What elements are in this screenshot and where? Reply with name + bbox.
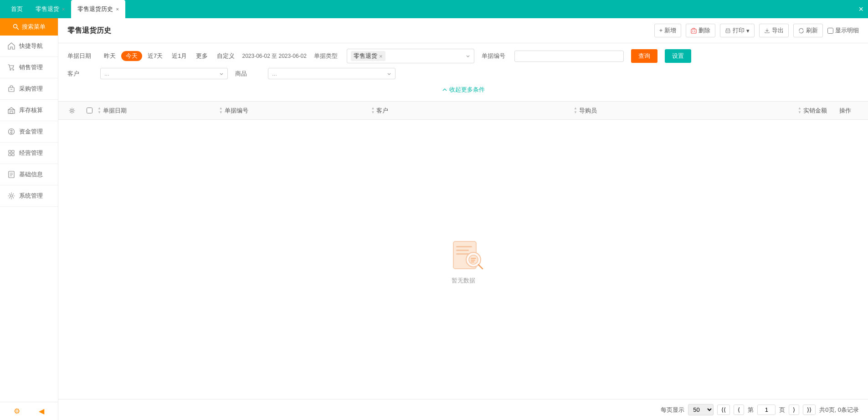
svg-rect-12	[12, 154, 14, 156]
refresh-icon	[798, 28, 804, 34]
show-detail-checkbox-label[interactable]: 显示明细	[827, 26, 859, 35]
th-amount[interactable]: ▲ ▼ 实销金额	[726, 107, 827, 115]
page-size-label: 每页显示	[661, 406, 684, 414]
th-customer-label: 客户	[376, 107, 388, 115]
sort-customer-icon: ▲ ▼	[371, 107, 375, 114]
tab-retail-return-history-label: 零售退货历史	[77, 5, 113, 13]
doc-type-selected-values: 零售退货 ×	[351, 51, 385, 61]
th-action: 操作	[827, 107, 863, 115]
next-page-button[interactable]: ⟩	[789, 405, 799, 415]
goods-select[interactable]: ...	[268, 68, 395, 79]
sidebar-item-sales-mgmt-label: 销售管理	[19, 63, 43, 72]
page-size-select[interactable]: 50 10 20 100	[688, 404, 714, 415]
tab-retail-return[interactable]: 零售退货 ×	[29, 0, 71, 18]
sidebar-item-purchase-mgmt[interactable]: 采购管理	[0, 78, 58, 100]
sidebar-item-quick-nav[interactable]: 快捷导航	[0, 36, 58, 57]
sort-number-icon: ▲ ▼	[219, 107, 223, 114]
date-option-1month[interactable]: 近1月	[168, 51, 190, 61]
th-guide[interactable]: ▲ ▼ 导购员	[574, 107, 726, 115]
th-action-label: 操作	[839, 107, 851, 115]
settings-bottom-icon[interactable]: ⚙	[14, 407, 20, 415]
date-option-more[interactable]: 更多	[192, 51, 211, 61]
svg-rect-10	[12, 150, 14, 153]
delete-button[interactable]: 删除	[686, 24, 715, 37]
tab-home[interactable]: 首页	[5, 0, 29, 18]
sidebar-item-basic-info[interactable]: 基础信息	[0, 164, 58, 185]
th-checkbox[interactable]	[81, 108, 98, 113]
filter-area: 单据日期 昨天 今天 近7天 近1月 更多 自定义 2023-06-02 至 2…	[58, 43, 868, 102]
collapse-sidebar-icon[interactable]: ◀	[39, 407, 44, 415]
sidebar-item-operation-mgmt[interactable]: 经营管理	[0, 143, 58, 164]
header-actions: + 新增 删除 打印 ▾ 导出 刷新	[654, 24, 859, 37]
refresh-button-label: 刷新	[806, 26, 818, 35]
query-button[interactable]: 查询	[631, 49, 657, 63]
home-icon	[7, 42, 15, 50]
doc-type-tag-remove[interactable]: ×	[379, 53, 383, 60]
empty-illustration	[445, 235, 482, 271]
collapse-label: 收起更多条件	[449, 86, 485, 94]
empty-state: 暂无数据	[58, 120, 868, 399]
chevron-down-icon-3	[387, 72, 391, 76]
doc-type-select[interactable]: 零售退货 ×	[347, 49, 474, 63]
th-settings[interactable]	[63, 108, 81, 114]
select-all-checkbox[interactable]	[87, 108, 92, 113]
sidebar-item-finance-mgmt[interactable]: 资金管理	[0, 121, 58, 143]
print-button[interactable]: 打印 ▾	[720, 24, 755, 37]
setting-button[interactable]: 设置	[665, 49, 691, 63]
refresh-button[interactable]: 刷新	[793, 24, 823, 37]
first-page-button[interactable]: ⟨⟨	[717, 405, 730, 415]
page-header: 零售退货历史 + 新增 删除 打印 ▾ 导出	[58, 18, 868, 43]
svg-rect-9	[9, 150, 11, 153]
gear-icon	[69, 108, 75, 114]
customer-select[interactable]: ...	[100, 68, 228, 79]
print-dropdown-icon[interactable]: ▾	[746, 27, 750, 34]
date-range: 2023-06-02 至 2023-06-02	[242, 52, 306, 60]
total-info: 共0页, 0条记录	[819, 406, 859, 414]
sidebar-item-operation-mgmt-label: 经营管理	[19, 149, 43, 157]
th-customer[interactable]: ▲ ▼ 客户	[371, 107, 574, 115]
customer-placeholder: ...	[104, 70, 109, 77]
sort-date-icon: ▲ ▼	[98, 107, 101, 114]
svg-point-23	[71, 109, 73, 112]
tab-retail-return-history[interactable]: 零售退货历史 ×	[71, 0, 125, 18]
th-number[interactable]: ▲ ▼ 单据编号	[219, 107, 371, 115]
tab-list: 首页 零售退货 × 零售退货历史 ×	[5, 0, 858, 18]
date-option-custom[interactable]: 自定义	[213, 51, 238, 61]
page-input[interactable]	[757, 405, 776, 415]
th-date[interactable]: ▲ ▼ 单据日期	[98, 107, 219, 115]
table-header: ▲ ▼ 单据日期 ▲ ▼ 单据编号 ▲ ▼	[58, 102, 868, 120]
finance-icon	[7, 128, 15, 136]
export-button-label: 导出	[772, 26, 784, 35]
tab-retail-return-close[interactable]: ×	[62, 6, 65, 12]
sidebar-item-quick-nav-label: 快捷导航	[19, 42, 43, 50]
export-icon	[764, 28, 770, 34]
page-unit: 页	[779, 406, 785, 414]
tab-retail-return-history-close[interactable]: ×	[116, 6, 118, 12]
date-option-7days[interactable]: 近7天	[144, 51, 166, 61]
search-menu[interactable]: 搜索菜单	[0, 18, 58, 36]
sidebar-item-system-mgmt-label: 系统管理	[19, 192, 43, 200]
search-menu-label: 搜索菜单	[22, 23, 46, 31]
prev-page-button[interactable]: ⟨	[734, 405, 744, 415]
filter-row-1: 单据日期 昨天 今天 近7天 近1月 更多 自定义 2023-06-02 至 2…	[67, 49, 859, 63]
window-close-button[interactable]: ×	[858, 5, 863, 14]
page-title: 零售退货历史	[67, 26, 111, 36]
svg-rect-22	[727, 31, 729, 32]
show-detail-checkbox[interactable]	[827, 28, 833, 34]
last-page-button[interactable]: ⟩⟩	[803, 405, 816, 415]
delete-button-label: 删除	[699, 26, 710, 35]
tab-retail-return-label: 零售退货	[36, 5, 59, 13]
doc-number-input[interactable]	[514, 51, 624, 62]
svg-point-2	[10, 69, 11, 70]
collapse-button[interactable]: 收起更多条件	[442, 86, 485, 94]
chevron-down-icon-2	[219, 72, 224, 76]
sidebar-item-sales-mgmt[interactable]: 销售管理	[0, 57, 58, 78]
date-option-yesterday[interactable]: 昨天	[100, 51, 119, 61]
sidebar-item-inventory-calc[interactable]: 库存核算	[0, 100, 58, 121]
export-button[interactable]: 导出	[759, 24, 789, 37]
sidebar-item-system-mgmt[interactable]: 系统管理	[0, 185, 58, 207]
info-icon	[7, 170, 15, 179]
add-button[interactable]: + 新增	[654, 24, 681, 37]
date-option-today[interactable]: 今天	[121, 51, 142, 61]
main-layout: 搜索菜单 快捷导航 销售管理 采购管理	[0, 18, 868, 420]
